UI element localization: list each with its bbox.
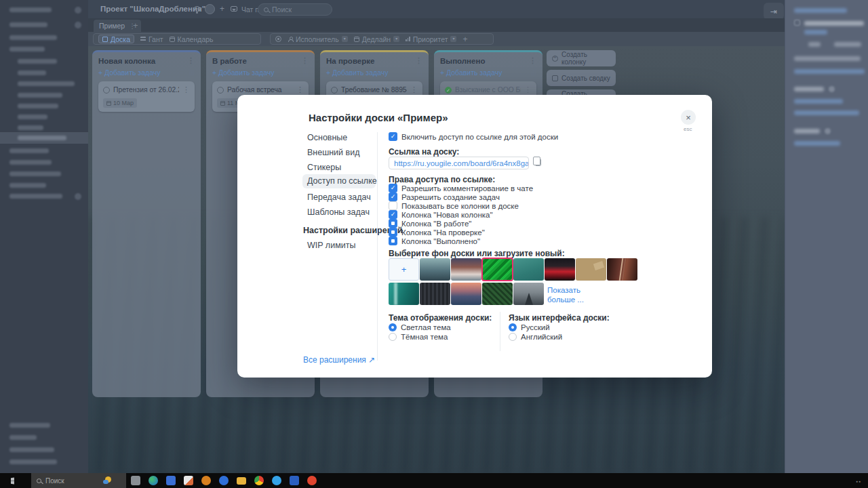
sidebar-item[interactable] [9, 7, 52, 12]
column-menu-icon[interactable]: ⋮ [415, 56, 422, 65]
background-thumbnail[interactable] [420, 258, 450, 281]
gear-icon[interactable] [275, 36, 281, 42]
deadline-chip[interactable]: 10 Мар [103, 98, 137, 108]
panel-checkbox[interactable] [794, 20, 800, 26]
filter-priority[interactable]: Приоритет▾ [406, 35, 456, 43]
panel-tab[interactable] [808, 42, 821, 47]
left-sidebar[interactable] [0, 0, 88, 473]
background-thumbnail[interactable] [576, 258, 606, 281]
background-thumbnail[interactable] [482, 283, 513, 305]
taskbar-app-icon[interactable] [149, 476, 158, 485]
radio-selected-icon[interactable] [509, 323, 517, 331]
subboard-icon[interactable]: ⊞ [531, 69, 536, 77]
sidebar-item[interactable] [9, 47, 45, 52]
right-column-done[interactable]: Колонка "Выполнено" [389, 237, 480, 245]
taskbar-app-icon[interactable] [219, 476, 229, 485]
taskbar-app-icon-browser[interactable] [254, 476, 264, 485]
sidebar-item[interactable] [9, 148, 49, 153]
theme-option-dark[interactable]: Тёмная тема [389, 333, 448, 341]
upload-background-tile[interactable]: + [389, 258, 419, 281]
weather-icon[interactable] [103, 476, 112, 485]
column-menu-icon[interactable]: ⋮ [187, 56, 195, 65]
taskbar-app-icon[interactable] [307, 476, 317, 485]
column-title[interactable]: Новая колонка [98, 57, 155, 65]
column-menu-icon[interactable]: ⋮ [301, 56, 309, 65]
menu-item-task-transfer[interactable]: Передача задач [307, 192, 371, 202]
sidebar-footer-item[interactable] [9, 460, 57, 464]
close-icon[interactable]: × [681, 110, 696, 125]
enable-link-access-row[interactable]: ✓ Включить доступ по ссылке для этой дос… [389, 132, 558, 141]
task-done-icon[interactable]: ✓ [445, 87, 452, 94]
task-status-icon[interactable] [103, 87, 110, 94]
background-thumbnail[interactable] [451, 283, 481, 305]
board-link-input[interactable]: https://ru.yougile.com/board/6ra4nx8gayh… [389, 157, 529, 169]
background-thumbnail[interactable] [389, 283, 419, 305]
add-task-button[interactable]: + Добавить задачу [326, 68, 388, 77]
panel-link[interactable] [794, 99, 843, 104]
panel-link[interactable] [794, 110, 859, 115]
add-member-icon[interactable]: + [220, 4, 224, 14]
panel-link[interactable] [794, 69, 865, 74]
sidebar-item[interactable] [9, 160, 52, 165]
sidebar-item[interactable] [9, 35, 57, 40]
search-input[interactable]: Поиск [258, 3, 332, 16]
filter-assignee[interactable]: Исполнитель▾ [288, 35, 348, 43]
filter-deadline[interactable]: Дедлайн▾ [354, 35, 399, 43]
taskbar-app-icon[interactable] [166, 476, 176, 485]
sidebar-item-selected[interactable] [0, 132, 88, 144]
add-task-button[interactable]: + Добавить задачу [212, 68, 274, 77]
sidebar-item[interactable] [9, 183, 46, 188]
right-show-all-columns[interactable]: Показывать все колонки в доске [389, 201, 519, 210]
card-menu-icon[interactable]: ⋮ [182, 85, 190, 94]
avatar[interactable] [205, 4, 215, 14]
card-menu-icon[interactable]: ⋮ [410, 85, 418, 94]
taskbar-tray-icon[interactable]: ●● [856, 479, 863, 482]
menu-item-task-templates[interactable]: Шаблоны задач [307, 207, 370, 217]
taskbar-app-icon[interactable] [184, 476, 193, 485]
right-column-in-progress[interactable]: Колонка "В работе" [389, 219, 471, 228]
sidebar-subitem[interactable] [18, 125, 43, 130]
add-task-button[interactable]: + Добавить задачу [98, 68, 160, 77]
language-option-russian[interactable]: Русский [509, 323, 550, 331]
taskbar-app-icon[interactable] [290, 476, 299, 485]
background-thumbnail[interactable] [420, 283, 450, 305]
menu-item-general[interactable]: Основные [307, 133, 347, 142]
sidebar-item[interactable] [9, 171, 61, 176]
radio-icon[interactable] [389, 333, 397, 341]
menu-item-link-access[interactable]: Доступ по ссылке [307, 176, 377, 186]
sidebar-footer-item[interactable] [9, 447, 54, 452]
bell-icon[interactable] [194, 6, 200, 12]
view-gantt-button[interactable]: Гант [140, 35, 163, 43]
sidebar-footer-item[interactable] [9, 423, 50, 428]
radio-selected-icon[interactable] [389, 323, 397, 331]
radio-icon[interactable] [509, 333, 517, 341]
taskbar-app-icon[interactable] [201, 476, 211, 485]
sidebar-subitem[interactable] [18, 59, 57, 64]
background-thumbnail[interactable] [607, 258, 637, 281]
create-column-button[interactable]: Создать колонку [547, 50, 616, 66]
subboard-icon[interactable]: ⊞ [417, 69, 422, 77]
view-calendar-button[interactable]: Календарь [170, 35, 214, 43]
sidebar-subitem[interactable] [18, 93, 62, 98]
panel-link[interactable] [794, 141, 840, 146]
panel-toggle-button[interactable]: ⇥ [764, 3, 784, 20]
sidebar-footer-item[interactable] [9, 435, 37, 440]
task-status-icon[interactable] [331, 87, 338, 94]
taskbar-app-icon[interactable] [272, 476, 281, 485]
taskbar-search[interactable]: Поиск [31, 473, 126, 488]
task-status-icon[interactable] [217, 87, 224, 94]
create-summary-button[interactable]: Создать сводку [547, 70, 616, 86]
background-thumbnail[interactable] [513, 258, 544, 281]
taskbar-app-icon-folder[interactable] [237, 477, 246, 485]
project-title[interactable]: Проект "ШколаДробления" [100, 5, 205, 13]
sidebar-subitem[interactable] [18, 81, 75, 86]
sidebar-item[interactable] [9, 194, 62, 199]
card-menu-icon[interactable]: ⋮ [296, 85, 304, 94]
sidebar-subitem[interactable] [18, 104, 58, 108]
all-extensions-link[interactable]: Все расширения ↗ [303, 355, 375, 365]
right-allow-comments[interactable]: ✓Разрешить комментирование в чате [389, 184, 533, 192]
add-filter-button[interactable]: + [462, 35, 467, 44]
right-column-new[interactable]: ✓Колонка "Новая колонка" [389, 210, 493, 219]
right-allow-create-tasks[interactable]: ✓Разрешить создание задач [389, 192, 500, 201]
card-menu-icon[interactable]: ⋮ [524, 85, 532, 94]
